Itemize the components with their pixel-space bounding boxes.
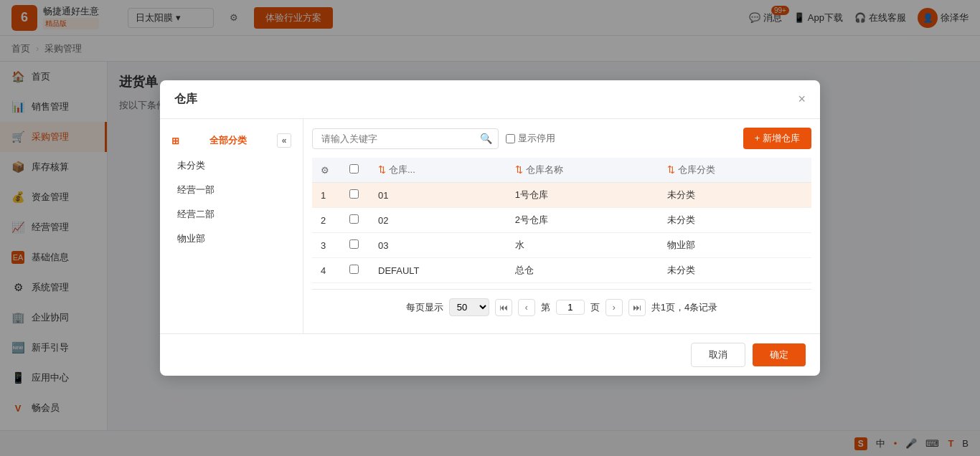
all-categories-label: 全部分类	[209, 134, 247, 147]
select-all-checkbox[interactable]	[349, 164, 359, 174]
row-name: 水	[507, 233, 659, 258]
page-label: 第	[541, 301, 550, 314]
page-next-button[interactable]: ›	[606, 299, 623, 316]
category-item-property[interactable]: 物业部	[160, 227, 303, 251]
confirm-button[interactable]: 确定	[753, 343, 806, 366]
row-check	[341, 208, 369, 233]
row-category: 未分类	[659, 258, 811, 283]
row-check	[341, 233, 369, 258]
show-disabled-label[interactable]: 显示停用	[506, 132, 555, 145]
category-all-header[interactable]: ⊞ 全部分类 «	[160, 128, 303, 153]
row-checkbox[interactable]	[349, 265, 359, 274]
row-category: 物业部	[659, 233, 811, 258]
pagination: 每页显示 50 100 200 ⏮ ‹ 第 页 › ⏭ 共1页，4条记录	[312, 289, 811, 325]
search-input-wrap: 🔍	[312, 128, 499, 149]
table-row[interactable]: 4 DEFAULT 总仓 未分类	[312, 258, 811, 283]
row-name: 2号仓库	[507, 208, 659, 233]
all-categories-icon: ⊞	[171, 136, 179, 146]
main-panel: 🔍 显示停用 + 新增仓库 ⚙	[303, 119, 820, 333]
row-code: DEFAULT	[369, 258, 507, 283]
th-category: ⇅仓库分类	[659, 158, 811, 183]
table-header: ⚙ ⇅仓库... ⇅仓库名称 ⇅仓库分类	[312, 158, 811, 183]
modal-body: ⊞ 全部分类 « 未分类 经营一部 经营二部 物业部 🔍	[160, 119, 820, 333]
search-icon[interactable]: 🔍	[480, 133, 492, 144]
table-container: ⚙ ⇅仓库... ⇅仓库名称 ⇅仓库分类 1	[312, 158, 811, 283]
row-num: 2	[312, 208, 341, 233]
row-name: 1号仓库	[507, 183, 659, 208]
page-last-button[interactable]: ⏭	[628, 299, 646, 316]
page-number-input[interactable]	[556, 300, 585, 315]
row-num: 3	[312, 233, 341, 258]
table-row[interactable]: 2 02 2号仓库 未分类	[312, 208, 811, 233]
row-num: 4	[312, 258, 341, 283]
table-row[interactable]: 1 01 1号仓库 未分类	[312, 183, 811, 208]
th-name: ⇅仓库名称	[507, 158, 659, 183]
category-item-uncategorized[interactable]: 未分类	[160, 153, 303, 178]
row-code: 02	[369, 208, 507, 233]
row-num: 1	[312, 183, 341, 208]
category-item-dept2[interactable]: 经营二部	[160, 202, 303, 227]
table-row[interactable]: 3 03 水 物业部	[312, 233, 811, 258]
th-check	[341, 158, 369, 183]
page-prev-button[interactable]: ‹	[518, 299, 535, 316]
modal-footer: 取消 确定	[160, 333, 820, 376]
row-category: 未分类	[659, 208, 811, 233]
table-header-row: ⚙ ⇅仓库... ⇅仓库名称 ⇅仓库分类	[312, 158, 811, 183]
modal-overlay: 仓库 × ⊞ 全部分类 « 未分类 经营一部 经营二部 物业部	[0, 0, 980, 456]
row-category: 未分类	[659, 183, 811, 208]
modal-close-button[interactable]: ×	[798, 92, 806, 107]
row-check	[341, 258, 369, 283]
th-code: ⇅仓库...	[369, 158, 507, 183]
th-settings: ⚙	[312, 158, 341, 183]
modal-title: 仓库	[174, 92, 197, 107]
warehouse-modal: 仓库 × ⊞ 全部分类 « 未分类 经营一部 经营二部 物业部	[160, 80, 820, 376]
table-body: 1 01 1号仓库 未分类 2 02 2号仓库	[312, 183, 811, 283]
page-unit: 页	[590, 301, 600, 314]
category-item-dept1[interactable]: 经营一部	[160, 178, 303, 202]
collapse-button[interactable]: «	[277, 133, 291, 148]
row-checkbox[interactable]	[349, 214, 359, 224]
show-disabled-text: 显示停用	[518, 132, 555, 145]
search-bar: 🔍 显示停用 + 新增仓库	[312, 128, 811, 149]
row-checkbox[interactable]	[349, 189, 359, 199]
modal-header: 仓库 ×	[160, 80, 820, 119]
row-check	[341, 183, 369, 208]
page-first-button[interactable]: ⏮	[495, 299, 512, 316]
add-warehouse-button[interactable]: + 新增仓库	[743, 128, 811, 149]
search-input[interactable]	[319, 129, 480, 148]
row-code: 03	[369, 233, 507, 258]
cancel-button[interactable]: 取消	[691, 343, 745, 367]
warehouse-table: ⚙ ⇅仓库... ⇅仓库名称 ⇅仓库分类 1	[312, 158, 811, 283]
per-page-select[interactable]: 50 100 200	[449, 298, 489, 316]
row-code: 01	[369, 183, 507, 208]
row-name: 总仓	[507, 258, 659, 283]
show-disabled-checkbox[interactable]	[506, 134, 515, 143]
per-page-label: 每页显示	[406, 301, 443, 314]
category-panel: ⊞ 全部分类 « 未分类 经营一部 经营二部 物业部	[160, 119, 303, 333]
row-checkbox[interactable]	[349, 239, 359, 249]
total-info: 共1页，4条记录	[651, 301, 717, 314]
